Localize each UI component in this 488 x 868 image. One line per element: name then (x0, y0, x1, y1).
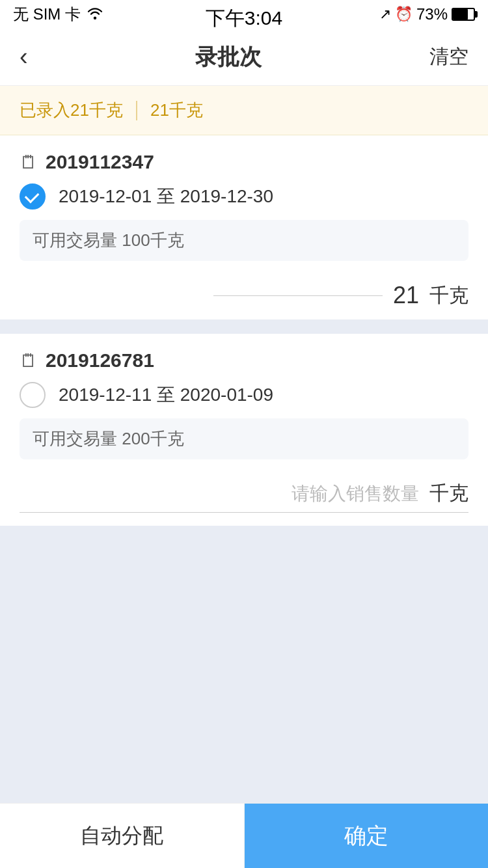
battery-icon (452, 8, 475, 21)
page-title: 录批次 (195, 42, 262, 72)
batch1-radio[interactable] (20, 183, 46, 210)
batch2-id: 2019126781 (46, 349, 154, 372)
back-button[interactable]: ‹ (20, 43, 28, 71)
batch1-avail-row: 可用交易量 100千克 (20, 220, 468, 261)
nav-bar: ‹ 录批次 清空 (0, 29, 488, 86)
status-right: ↗ ⏰ 73% (379, 5, 475, 23)
alarm-icon: ⏰ (395, 6, 413, 23)
batch2-header: 🗒 2019126781 (0, 334, 488, 377)
section-divider (0, 321, 488, 334)
batch1-row: 2019-12-01 至 2019-12-30 (0, 178, 488, 215)
confirm-button[interactable]: 确定 (245, 804, 489, 868)
batch1-qty-value[interactable]: 21 (393, 282, 419, 309)
info-divider (136, 101, 137, 120)
info-recorded: 已录入21千克 (20, 99, 123, 122)
batch1-header: 🗒 2019112347 (0, 135, 488, 178)
wifi-icon (86, 5, 104, 23)
info-bar: 已录入21千克 21千克 (0, 86, 488, 135)
batch1-qty-underline (213, 295, 383, 296)
status-time: 下午3:04 (206, 5, 282, 32)
battery-text: 73% (416, 5, 448, 23)
batch2-avail-row: 可用交易量 200千克 (20, 418, 468, 459)
auto-distribute-button[interactable]: 自动分配 (0, 804, 245, 868)
batch1-qty-row: 21 千克 (0, 271, 488, 319)
info-value: 21千克 (150, 99, 203, 122)
batch2-qty-unit: 千克 (429, 480, 468, 507)
batch1-qty-unit: 千克 (429, 282, 468, 309)
batch2-icon: 🗒 (20, 350, 38, 372)
bottom-spacer (0, 527, 488, 787)
main-content: 已录入21千克 21千克 🗒 2019112347 2019-12-01 至 2… (0, 86, 488, 803)
status-left: 无 SIM 卡 (13, 4, 104, 25)
clear-button[interactable]: 清空 (429, 44, 468, 70)
batch2-qty-wrapper: 请输入销售数量 千克 (0, 470, 488, 526)
batch1-avail: 可用交易量 100千克 (20, 220, 468, 261)
batch2-qty-underline (20, 512, 468, 513)
carrier-text: 无 SIM 卡 (13, 4, 81, 25)
batch2-qty-placeholder: 请输入销售数量 (20, 481, 419, 506)
status-bar: 无 SIM 卡 下午3:04 ↗ ⏰ 73% (0, 0, 488, 29)
batch1-date: 2019-12-01 至 2019-12-30 (59, 184, 273, 209)
batch-card-2: 🗒 2019126781 2019-12-11 至 2020-01-09 可用交… (0, 334, 488, 526)
batch2-radio[interactable] (20, 382, 46, 408)
batch2-date: 2019-12-11 至 2020-01-09 (59, 383, 273, 407)
batch2-row: 2019-12-11 至 2020-01-09 (0, 377, 488, 413)
location-icon: ↗ (379, 6, 391, 23)
batch1-icon: 🗒 (20, 152, 38, 173)
batch1-id: 2019112347 (46, 151, 154, 173)
footer: 自动分配 确定 (0, 803, 488, 868)
batch-card-1: 🗒 2019112347 2019-12-01 至 2019-12-30 可用交… (0, 135, 488, 319)
batch2-avail: 可用交易量 200千克 (20, 418, 468, 459)
